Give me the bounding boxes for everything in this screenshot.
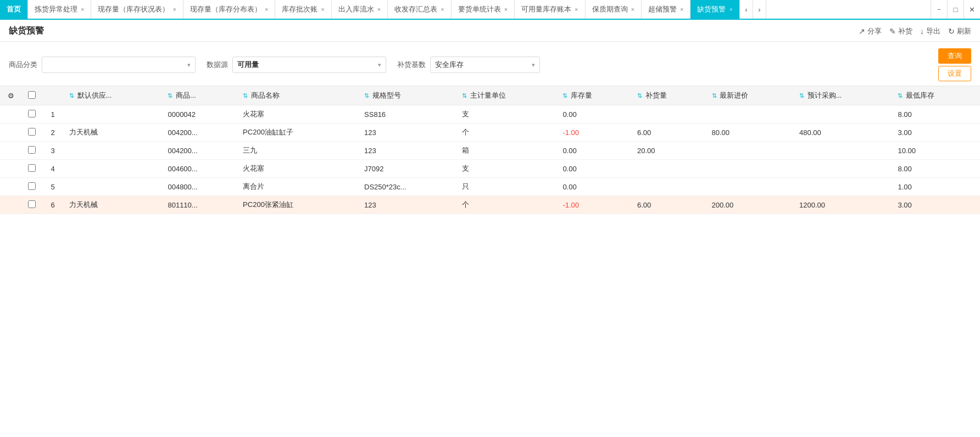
row-name-5: PC200张紧油缸 <box>237 196 359 214</box>
row-checkbox-3[interactable] <box>28 164 36 172</box>
select-all-checkbox[interactable] <box>28 91 36 99</box>
tab-overstock-close[interactable]: × <box>680 6 683 13</box>
row-checkbox-cell-5[interactable] <box>22 196 42 214</box>
tab-demand-stat[interactable]: 要货单统计表 × <box>452 0 515 19</box>
row-checkbox-0[interactable] <box>28 110 36 117</box>
tab-shortage[interactable]: 缺货预警 × <box>691 0 739 19</box>
tab-stock-batch-label: 库存批次账 <box>282 4 318 14</box>
tab-expiry-query[interactable]: 保质期查询 × <box>586 0 642 19</box>
tab-exception-close[interactable]: × <box>81 6 84 13</box>
tab-home[interactable]: 首页 <box>0 0 28 19</box>
tab-available-ledger-label: 可用量库存账本 <box>521 4 571 14</box>
tab-stock-dist-close[interactable]: × <box>265 6 268 13</box>
datasource-select[interactable]: 可用量 ▾ <box>232 57 386 73</box>
tab-overstock[interactable]: 超储预警 × <box>642 0 691 19</box>
row-stock-4: 0.00 <box>557 178 632 196</box>
tab-stock-dist[interactable]: 现存量（库存分布表） × <box>183 0 275 19</box>
tab-exception[interactable]: 拣货异常处理 × <box>28 0 91 19</box>
tab-stock-status-close[interactable]: × <box>172 6 176 13</box>
row-code-0: 0000042 <box>162 105 237 124</box>
row-spec-5: 123 <box>359 196 456 214</box>
col-unit-label: 主计量单位 <box>470 91 506 99</box>
row-unit-5: 个 <box>456 196 557 214</box>
tab-shortage-close[interactable]: × <box>729 6 732 13</box>
window-close-btn[interactable]: ✕ <box>964 0 980 19</box>
tab-shortage-label: 缺货预警 <box>697 4 726 14</box>
query-button[interactable]: 查询 <box>938 48 971 64</box>
share-action[interactable]: ↗ 分享 <box>859 26 882 36</box>
maximize-btn[interactable]: □ <box>947 0 964 19</box>
tab-expiry-query-close[interactable]: × <box>631 6 634 13</box>
col-est-purchase-header[interactable]: ⇅ 预计采购... <box>794 86 892 105</box>
row-checkbox-cell-1[interactable] <box>22 124 42 142</box>
col-name-header[interactable]: ⇅ 商品名称 <box>237 86 359 105</box>
row-price-1: 80.00 <box>706 124 794 142</box>
replenish-select[interactable]: 安全库存 ▾ <box>430 57 540 73</box>
row-est-purchase-3 <box>794 160 892 178</box>
row-min-stock-0: 8.00 <box>892 105 980 124</box>
row-unit-2: 箱 <box>456 142 557 160</box>
row-checkbox-cell-4[interactable] <box>22 178 42 196</box>
row-checkbox-4[interactable] <box>28 182 36 190</box>
row-stock-0: 0.00 <box>557 105 632 124</box>
export-action[interactable]: ↓ 导出 <box>920 26 940 36</box>
code-sort-icon: ⇅ <box>168 92 172 99</box>
tab-receive-summary-close[interactable]: × <box>441 6 444 13</box>
tab-available-ledger[interactable]: 可用量库存账本 × <box>515 0 585 19</box>
tab-demand-stat-close[interactable]: × <box>504 6 508 13</box>
row-checkbox-cell-0[interactable] <box>22 105 42 124</box>
tab-stock-status[interactable]: 现存量（库存状况表） × <box>91 0 183 19</box>
next-icon: › <box>758 5 760 14</box>
col-code-header[interactable]: ⇅ 商品... <box>162 86 237 105</box>
col-spec-label: 规格型号 <box>372 91 401 99</box>
col-replenish-label: 补货量 <box>645 91 667 99</box>
settings-button[interactable]: 设置 <box>938 66 971 81</box>
tab-available-ledger-close[interactable]: × <box>575 6 578 13</box>
row-checkbox-1[interactable] <box>28 128 36 136</box>
row-index-5: 6 <box>42 196 64 214</box>
tab-inout-flow[interactable]: 出入库流水 × <box>332 0 388 19</box>
row-gear-2 <box>0 142 22 160</box>
col-min-stock-header[interactable]: ⇅ 最低库存 <box>892 86 980 105</box>
tab-next-btn[interactable]: › <box>753 0 766 19</box>
category-select[interactable]: ▾ <box>42 57 196 73</box>
tab-receive-summary[interactable]: 收发存汇总表 × <box>388 0 451 19</box>
col-gear[interactable]: ⚙ <box>0 86 22 105</box>
replenish-icon: ✎ <box>889 27 896 36</box>
min-stock-sort-icon: ⇅ <box>898 92 903 99</box>
replenish-base-value: 安全库存 <box>435 60 530 70</box>
tab-stock-batch-close[interactable]: × <box>321 6 324 13</box>
gear-icon: ⚙ <box>8 92 14 100</box>
name-sort-icon: ⇅ <box>243 92 248 99</box>
row-supplier-3 <box>64 160 162 178</box>
row-supplier-1: 力天机械 <box>64 124 162 142</box>
row-checkbox-cell-3[interactable] <box>22 160 42 178</box>
replenish-action[interactable]: ✎ 补货 <box>889 26 912 36</box>
tab-stock-status-label: 现存量（库存状况表） <box>98 4 169 14</box>
row-index-2: 3 <box>42 142 64 160</box>
row-index-4: 5 <box>42 178 64 196</box>
row-checkbox-cell-2[interactable] <box>22 142 42 160</box>
row-replenish-1: 6.00 <box>632 124 706 142</box>
col-spec-header[interactable]: ⇅ 规格型号 <box>359 86 456 105</box>
col-supplier-header[interactable]: ⇅ 默认供应... <box>64 86 162 105</box>
tab-stock-batch[interactable]: 库存批次账 × <box>275 0 331 19</box>
col-checkbox-header[interactable] <box>22 86 42 105</box>
col-replenish-header[interactable]: ⇅ 补货量 <box>632 86 706 105</box>
tab-exception-label: 拣货异常处理 <box>35 4 77 14</box>
tab-inout-flow-label: 出入库流水 <box>338 4 374 14</box>
col-unit-header[interactable]: ⇅ 主计量单位 <box>456 86 557 105</box>
tab-inout-flow-close[interactable]: × <box>377 6 381 13</box>
row-spec-2: 123 <box>359 142 456 160</box>
row-checkbox-2[interactable] <box>28 146 36 154</box>
refresh-action[interactable]: ↻ 刷新 <box>948 26 971 36</box>
tab-bar: 首页 拣货异常处理 × 现存量（库存状况表） × 现存量（库存分布表） × 库存… <box>0 0 980 20</box>
minimize-btn[interactable]: － <box>931 0 947 19</box>
row-spec-1: 123 <box>359 124 456 142</box>
col-price-header[interactable]: ⇅ 最新进价 <box>706 86 794 105</box>
row-checkbox-5[interactable] <box>28 200 36 208</box>
window-controls: － □ ✕ <box>931 0 980 19</box>
row-stock-2: 0.00 <box>557 142 632 160</box>
col-stock-header[interactable]: ⇅ 库存量 <box>557 86 632 105</box>
tab-prev-btn[interactable]: ‹ <box>740 0 753 19</box>
